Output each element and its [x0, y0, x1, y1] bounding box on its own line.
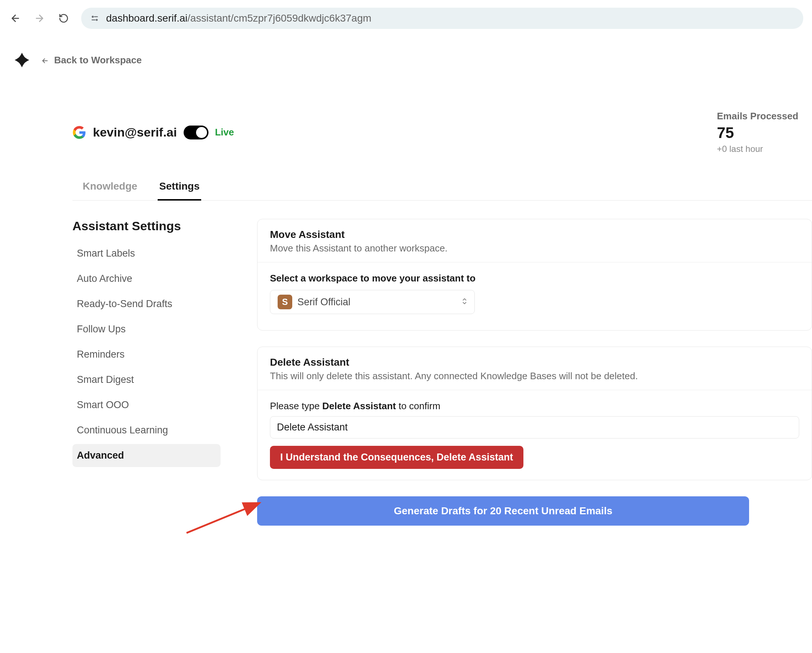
workspace-select-value: Serif Official	[298, 297, 350, 308]
browser-reload-button[interactable]	[57, 12, 70, 25]
browser-bar: dashboard.serif.ai/assistant/cm5zpr7j605…	[0, 0, 812, 37]
delete-assistant-button[interactable]: I Understand the Consequences, Delete As…	[270, 446, 524, 469]
sidebar-item-continuous-learning[interactable]: Continuous Learning	[72, 419, 221, 442]
sidebar-item-auto-archive[interactable]: Auto Archive	[72, 267, 221, 290]
browser-back-button[interactable]	[9, 12, 22, 25]
delete-assistant-desc: This will only delete this assistant. An…	[270, 370, 799, 382]
delete-confirm-label: Please type Delete Assistant to confirm	[270, 401, 799, 412]
chevron-updown-icon	[461, 297, 468, 308]
sidebar-item-follow-ups[interactable]: Follow Ups	[72, 318, 221, 341]
emails-processed-stats: Emails Processed 75 +0 last hour	[717, 110, 812, 154]
workspace-badge: S	[278, 295, 292, 309]
sidebar-item-reminders[interactable]: Reminders	[72, 343, 221, 366]
delete-confirm-input[interactable]	[270, 416, 799, 439]
site-info-icon[interactable]	[90, 14, 99, 23]
account-email: kevin@serif.ai	[93, 125, 177, 139]
browser-url-bar[interactable]: dashboard.serif.ai/assistant/cm5zpr7j605…	[81, 8, 803, 29]
tabs: Knowledge Settings	[72, 176, 812, 200]
delete-assistant-title: Delete Assistant	[270, 356, 799, 368]
sidebar-item-smart-ooo[interactable]: Smart OOO	[72, 393, 221, 416]
delete-assistant-card: Delete Assistant This will only delete t…	[257, 347, 812, 480]
move-assistant-card: Move Assistant Move this Assistant to an…	[257, 219, 812, 330]
move-assistant-desc: Move this Assistant to another workspace…	[270, 243, 799, 254]
settings-sidebar: Assistant Settings Smart Labels Auto Arc…	[72, 219, 221, 526]
account-header: kevin@serif.ai Live Emails Processed 75 …	[72, 110, 812, 154]
stats-label: Emails Processed	[717, 110, 812, 122]
tab-knowledge[interactable]: Knowledge	[82, 176, 137, 200]
back-to-workspace-label: Back to Workspace	[54, 55, 142, 66]
sidebar-title: Assistant Settings	[72, 219, 221, 233]
sidebar-item-advanced[interactable]: Advanced	[72, 444, 221, 467]
generate-drafts-button[interactable]: Generate Drafts for 20 Recent Unread Ema…	[257, 496, 749, 526]
sidebar-item-smart-digest[interactable]: Smart Digest	[72, 368, 221, 391]
google-icon	[72, 125, 86, 139]
live-toggle[interactable]	[184, 125, 209, 139]
sidebar-item-ready-to-send-drafts[interactable]: Ready-to-Send Drafts	[72, 292, 221, 315]
stats-value: 75	[717, 124, 812, 142]
svg-point-0	[92, 16, 93, 17]
app-logo-icon	[13, 51, 31, 69]
secondary-header: Back to Workspace	[0, 37, 812, 70]
arrow-left-icon	[41, 56, 49, 64]
browser-forward-button[interactable]	[33, 12, 46, 25]
workspace-select-label: Select a workspace to move your assistan…	[270, 273, 799, 284]
sidebar-item-smart-labels[interactable]: Smart Labels	[72, 242, 221, 265]
move-assistant-title: Move Assistant	[270, 229, 799, 240]
live-status-label: Live	[215, 127, 234, 138]
workspace-select[interactable]: S Serif Official	[270, 290, 475, 314]
back-to-workspace-link[interactable]: Back to Workspace	[41, 55, 142, 66]
stats-sub: +0 last hour	[717, 144, 812, 154]
url-text: dashboard.serif.ai/assistant/cm5zpr7j605…	[106, 12, 371, 24]
svg-point-2	[96, 19, 97, 20]
tab-settings[interactable]: Settings	[159, 176, 199, 200]
